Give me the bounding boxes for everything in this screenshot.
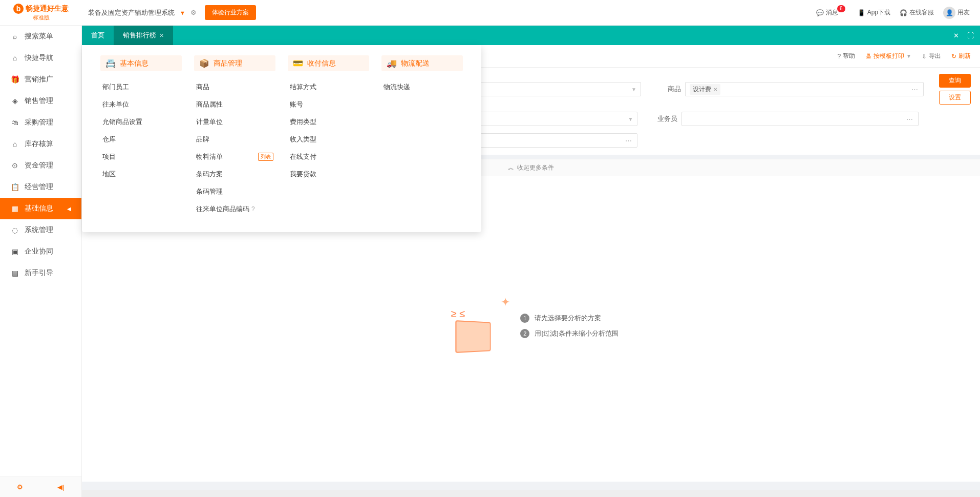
menu-item[interactable]: 物料清单列表 xyxy=(194,148,275,165)
menu-item[interactable]: 商品 xyxy=(194,78,275,96)
salesman-select[interactable]: ⋯ xyxy=(681,112,919,126)
fullscreen-icon[interactable]: ⛶ xyxy=(965,30,976,42)
menu-item[interactable]: 账号 xyxy=(288,96,369,113)
menu-item[interactable]: 仓库 xyxy=(100,131,182,148)
export-icon: ⇩ xyxy=(922,53,927,60)
more-icon[interactable]: ⋯ xyxy=(625,137,633,144)
sidebar-item-inventory[interactable]: ⌂库存核算 xyxy=(0,133,81,155)
sidebar-item-collab[interactable]: ▣企业协同 xyxy=(0,241,81,262)
menu-item[interactable]: 收入类型 xyxy=(288,131,369,148)
export-button[interactable]: ⇩导出 xyxy=(922,52,941,60)
card-icon: 📇 xyxy=(105,58,116,68)
system-selector[interactable]: 装备及固定资产辅助管理系统 ▼ ⚙ xyxy=(88,8,197,17)
tip-text: 请先选择要分析的方案 xyxy=(535,314,601,323)
menu-item-label: 在线支付 xyxy=(290,152,316,161)
coin-icon: ⊙ xyxy=(10,161,19,170)
box-icon: 📦 xyxy=(199,58,209,68)
filter-actions: 查询 设置 xyxy=(939,74,971,105)
menu-item[interactable]: 条码管理 xyxy=(194,183,275,200)
sidebar-item-purchase[interactable]: 🛍采购管理 xyxy=(0,112,81,133)
bottom-scrollbar[interactable] xyxy=(82,490,980,497)
settings-icon[interactable]: ⚙ xyxy=(17,483,23,491)
phone-icon: 📱 xyxy=(858,9,865,16)
sidebar-item-operation[interactable]: 📋经营管理 xyxy=(0,176,81,198)
menu-item[interactable]: 计量单位 xyxy=(194,113,275,131)
more-icon[interactable]: ⋯ xyxy=(911,86,919,93)
tab-sales-ranking[interactable]: 销售排行榜 ✕ xyxy=(114,26,173,45)
sidebar-item-finance[interactable]: ⊙资金管理 xyxy=(0,155,81,176)
online-service-button[interactable]: 🎧 在线客服 xyxy=(900,8,934,17)
sidebar-item-search[interactable]: ⌕搜索菜单 xyxy=(0,26,81,47)
chevron-left-icon: ◀ xyxy=(67,206,71,212)
sidebar-item-sales[interactable]: ◈销售管理 xyxy=(0,90,81,112)
query-button[interactable]: 查询 xyxy=(939,74,971,88)
menu-item[interactable]: 我要贷款 xyxy=(288,165,369,183)
headset-icon: 🎧 xyxy=(900,9,907,16)
menu-item[interactable]: 条码方案 xyxy=(194,165,275,183)
logo-area[interactable]: b 畅捷通好生意 标准版 xyxy=(0,0,82,26)
gear-icon[interactable]: ⚙ xyxy=(190,9,197,16)
sidebar-item-marketing[interactable]: 🎁营销推广 xyxy=(0,69,81,90)
help-icon[interactable]: ? xyxy=(251,205,255,213)
menu-item-label: 往来单位 xyxy=(102,100,129,109)
bag-icon: 🛍 xyxy=(10,118,19,127)
menu-col-logistics: 🚚物流配送 物流快递 xyxy=(375,55,469,218)
product-select[interactable]: 设计费 ✕ ⋯ xyxy=(685,82,924,96)
menu-item-label: 条码管理 xyxy=(196,187,223,196)
sidebar-item-label: 基础信息 xyxy=(25,204,53,213)
collapse-icon[interactable]: ◀| xyxy=(57,483,64,491)
menu-item[interactable]: 往来单位 xyxy=(100,96,182,113)
tabs-bar: 首页 销售排行榜 ✕ ✕ ⛶ xyxy=(82,26,980,45)
sidebar-item-guide[interactable]: ▤新手引导 xyxy=(0,262,81,284)
menu-col-header: 🚚物流配送 xyxy=(381,55,463,71)
app-download-button[interactable]: 📱 App下载 xyxy=(858,8,890,17)
menu-item-label: 允销商品设置 xyxy=(102,117,142,127)
menu-item-label: 收入类型 xyxy=(290,135,316,144)
more-icon[interactable]: ⋯ xyxy=(906,115,914,123)
tab-label: 首页 xyxy=(91,31,104,40)
menu-item[interactable]: 费用类型 xyxy=(288,113,369,131)
menu-item[interactable]: 商品属性 xyxy=(194,96,275,113)
remove-tag-icon[interactable]: ✕ xyxy=(713,87,717,92)
close-icon[interactable]: ✕ xyxy=(159,32,164,39)
sidebar-item-label: 销售管理 xyxy=(25,96,53,106)
menu-item[interactable]: 在线支付 xyxy=(288,148,369,165)
menu-item[interactable]: 地区 xyxy=(100,165,182,183)
menu-item[interactable]: 往来单位商品编码? xyxy=(194,200,275,218)
close-all-icon[interactable]: ✕ xyxy=(951,30,961,42)
menu-item[interactable]: 项目 xyxy=(100,148,182,165)
chevron-down-icon: ▼ xyxy=(628,116,633,122)
sidebar-footer: ⚙ ◀| xyxy=(0,477,81,497)
menu-col-title: 商品管理 xyxy=(214,59,242,68)
user-menu[interactable]: 👤 用友 xyxy=(943,7,970,19)
product-label: 商品 xyxy=(656,85,681,94)
menu-col-title: 收付信息 xyxy=(307,59,336,68)
messages-label: 消息 xyxy=(826,8,838,17)
trial-button[interactable]: 体验行业方案 xyxy=(205,5,256,20)
menu-item[interactable]: 部门员工 xyxy=(100,78,182,96)
sidebar-item-label: 营销推广 xyxy=(25,75,53,84)
settings-button[interactable]: 设置 xyxy=(939,91,971,105)
menu-col-title: 基本信息 xyxy=(120,59,148,68)
menu-item[interactable]: 结算方式 xyxy=(288,78,369,96)
help-button[interactable]: ?帮助 xyxy=(837,52,855,60)
refresh-button[interactable]: ↻刷新 xyxy=(951,52,971,60)
menu-item[interactable]: 品牌 xyxy=(194,131,275,148)
sidebar: ⌕搜索菜单 ⌂快捷导航 🎁营销推广 ◈销售管理 🛍采购管理 ⌂库存核算 ⊙资金管… xyxy=(0,26,82,497)
sidebar-item-quicknav[interactable]: ⌂快捷导航 xyxy=(0,47,81,69)
truck-icon: 🚚 xyxy=(387,58,397,68)
logo-text: 畅捷通好生意 xyxy=(26,4,69,13)
tab-home[interactable]: 首页 xyxy=(82,26,114,45)
menu-item[interactable]: 允销商品设置 xyxy=(100,113,182,131)
sidebar-item-system[interactable]: ◌系统管理 xyxy=(0,219,81,241)
menu-item-label: 我要贷款 xyxy=(290,170,316,179)
sidebar-item-basicinfo[interactable]: ▦基础信息◀ xyxy=(0,198,81,219)
print-button[interactable]: 🖶按模板打印▼ xyxy=(865,52,911,60)
menu-item[interactable]: 物流快递 xyxy=(381,78,463,96)
messages-button[interactable]: 💬 消息 6 xyxy=(816,8,848,17)
search-icon: ⌕ xyxy=(10,32,19,40)
menu-item-label: 结算方式 xyxy=(290,82,316,92)
menu-item-label: 商品属性 xyxy=(196,100,223,109)
toolbar-label: 按模板打印 xyxy=(874,52,904,60)
print-icon: 🖶 xyxy=(865,53,871,60)
